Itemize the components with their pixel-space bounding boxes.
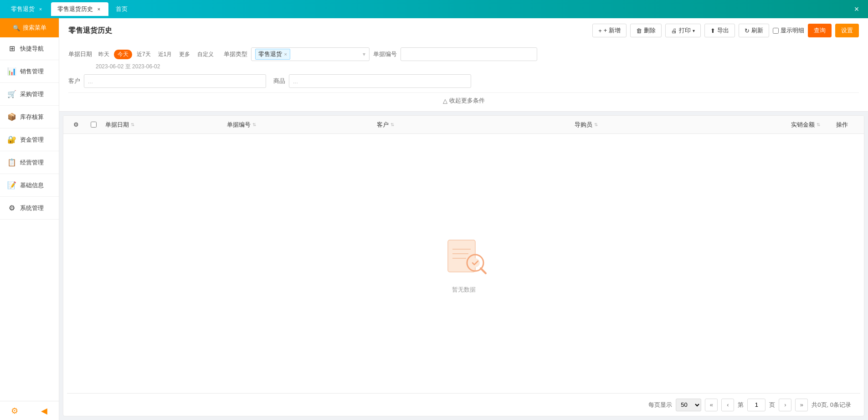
date-opt-more[interactable]: 更多 (176, 50, 193, 59)
sidebar-icon-inventory: 📦 (7, 113, 16, 122)
page-size-label: 每页显示 (648, 401, 672, 409)
th-date-label: 单据日期 (105, 121, 129, 129)
sidebar-item-ops-mgmt[interactable]: 📋 经营管理 (0, 151, 59, 174)
main-layout: 🔍 搜索菜单 ⊞ 快捷导航 📊 销售管理 🛒 采购管理 📦 库存核算 🔐 资金管… (0, 18, 868, 420)
doc-no-input[interactable] (401, 47, 537, 61)
sidebar-item-purchase-mgmt[interactable]: 🛒 采购管理 (0, 83, 59, 106)
tab-retail-return-history[interactable]: 零售退货历史× (51, 2, 108, 16)
tab-label-retail-return: 零售退货 (11, 5, 35, 13)
th-amount[interactable]: 实销金额 ⇅ (721, 121, 824, 129)
date-opt-yesterday[interactable]: 昨天 (96, 50, 112, 59)
add-button[interactable]: + + 新增 (592, 24, 627, 37)
doc-type-tag: 零售退货 × (255, 49, 290, 60)
page-title: 零售退货历史 (68, 26, 112, 36)
next-page-button[interactable]: › (779, 399, 791, 411)
th-customer[interactable]: 客户 ⇅ (373, 121, 571, 129)
tab-retail-return[interactable]: 零售退货× (5, 2, 50, 16)
th-guide-sort-icon: ⇅ (594, 122, 598, 127)
sidebar-label-ops-mgmt: 经营管理 (20, 159, 44, 167)
prev-page-button[interactable]: ‹ (721, 399, 734, 411)
svg-line-6 (481, 268, 486, 273)
sidebar-label-basic-info: 基础信息 (20, 181, 44, 190)
tab-close-retail-return-history[interactable]: × (96, 6, 102, 12)
refresh-icon: ↻ (745, 27, 750, 34)
delete-icon: 🗑 (636, 27, 642, 34)
doc-type-tag-close[interactable]: × (284, 51, 287, 57)
sidebar-item-sys-mgmt[interactable]: ⚙ 系统管理 (0, 197, 59, 220)
date-opt-custom[interactable]: 自定义 (195, 50, 216, 59)
export-button[interactable]: ⬆ 导出 (704, 24, 735, 37)
empty-illustration (437, 233, 491, 280)
th-amount-label: 实销金额 (791, 121, 815, 129)
sidebar-collapse-button[interactable]: ◀ (36, 403, 52, 419)
sidebar: 🔍 搜索菜单 ⊞ 快捷导航 📊 销售管理 🛒 采购管理 📦 库存核算 🔐 资金管… (0, 18, 59, 420)
table-area: ⚙ 单据日期 ⇅ 单据编号 ⇅ 客户 ⇅ 导购员 (63, 115, 864, 416)
sidebar-label-sys-mgmt: 系统管理 (20, 204, 44, 212)
print-dropdown-icon: ▾ (693, 28, 695, 33)
filter-row-2: 客户 商品 (68, 74, 859, 88)
filter-customer: 客户 (68, 74, 266, 88)
th-date[interactable]: 单据日期 ⇅ (102, 121, 223, 129)
refresh-button[interactable]: ↻ 刷新 (739, 24, 769, 37)
pagination-bar: 每页显示 20 50 100 « ‹ 第 页 › » 共0页, 0条记录 (67, 393, 860, 416)
sidebar-nav: ⊞ 快捷导航 📊 销售管理 🛒 采购管理 📦 库存核算 🔐 资金管理 📋 经营管… (0, 37, 59, 401)
th-ops-label: 操作 (836, 121, 848, 129)
sidebar-item-quick-nav[interactable]: ⊞ 快捷导航 (0, 37, 59, 60)
toolbar-buttons: + + 新增 🗑 删除 🖨 打印 ▾ ⬆ 导出 (592, 24, 859, 37)
sidebar-label-sales-mgmt: 销售管理 (20, 67, 44, 76)
delete-button[interactable]: 🗑 删除 (630, 24, 662, 37)
th-customer-sort-icon: ⇅ (390, 122, 394, 127)
sidebar-bottom: ⚙ ◀ (0, 401, 59, 420)
sidebar-item-inventory[interactable]: 📦 库存核算 (0, 106, 59, 128)
product-input[interactable] (289, 74, 471, 88)
sidebar-icon-quick-nav: ⊞ (7, 44, 16, 53)
search-icon: 🔍 (13, 25, 20, 31)
th-checkbox[interactable] (85, 122, 102, 128)
window-close-button[interactable]: × (850, 2, 863, 16)
tab-bar: 零售退货×零售退货历史×首页 (5, 2, 850, 16)
page-label: 第 (738, 401, 744, 409)
th-amount-sort-icon: ⇅ (817, 122, 820, 127)
doc-type-select[interactable]: 零售退货 × ▾ (251, 47, 370, 61)
th-guide[interactable]: 导购员 ⇅ (571, 121, 721, 129)
sidebar-icon-sys-mgmt: ⚙ (7, 204, 16, 213)
sidebar-label-inventory: 库存核算 (20, 113, 44, 121)
query-button[interactable]: 查询 (808, 24, 832, 37)
th-settings[interactable]: ⚙ (67, 121, 85, 128)
print-button[interactable]: 🖨 打印 ▾ (665, 24, 701, 37)
first-page-button[interactable]: « (705, 399, 718, 411)
sidebar-item-basic-info[interactable]: 📝 基础信息 (0, 174, 59, 197)
content-area: 零售退货历史 + + 新增 🗑 删除 🖨 打印 ▾ (59, 18, 868, 420)
last-page-button[interactable]: » (795, 399, 808, 411)
date-opt-7days[interactable]: 近7天 (134, 50, 154, 59)
customer-input[interactable] (84, 74, 266, 88)
sidebar-search-label: 搜索菜单 (23, 24, 46, 32)
tab-close-retail-return[interactable]: × (37, 6, 44, 12)
page-number-input[interactable] (747, 399, 765, 411)
th-doc-no[interactable]: 单据编号 ⇅ (223, 121, 374, 129)
show-detail-checkbox[interactable] (773, 28, 779, 34)
sidebar-icon-basic-info: 📝 (7, 181, 16, 190)
sidebar-gear-button[interactable]: ⚙ (6, 403, 23, 419)
add-icon: + (598, 27, 602, 34)
filter-product: 商品 (273, 74, 471, 88)
settings-button[interactable]: 设置 (835, 24, 859, 37)
date-opt-today[interactable]: 今天 (114, 50, 132, 59)
sidebar-item-finance[interactable]: 🔐 资金管理 (0, 128, 59, 151)
tab-home[interactable]: 首页 (109, 2, 134, 16)
date-options: 昨天 今天 近7天 近1月 更多 自定义 (96, 50, 216, 59)
settings-icon: ⚙ (73, 121, 79, 128)
export-icon: ⬆ (710, 27, 715, 34)
page-size-select[interactable]: 20 50 100 (676, 399, 701, 411)
sidebar-item-sales-mgmt[interactable]: 📊 销售管理 (0, 60, 59, 83)
filter-doc-date: 单据日期 昨天 今天 近7天 近1月 更多 自定义 (68, 50, 216, 59)
doc-date-label: 单据日期 (68, 50, 92, 58)
sidebar-icon-ops-mgmt: 📋 (7, 158, 16, 167)
collapse-bar[interactable]: △ 收起更多条件 (68, 95, 859, 107)
date-opt-1month[interactable]: 近1月 (155, 50, 175, 59)
select-all-checkbox[interactable] (91, 122, 97, 128)
sidebar-search[interactable]: 🔍 搜索菜单 (0, 18, 59, 37)
date-range-display: 2023-06-02 至 2023-06-02 (96, 63, 859, 71)
show-detail-checkbox-label[interactable]: 显示明细 (773, 26, 804, 35)
product-label: 商品 (273, 77, 285, 85)
